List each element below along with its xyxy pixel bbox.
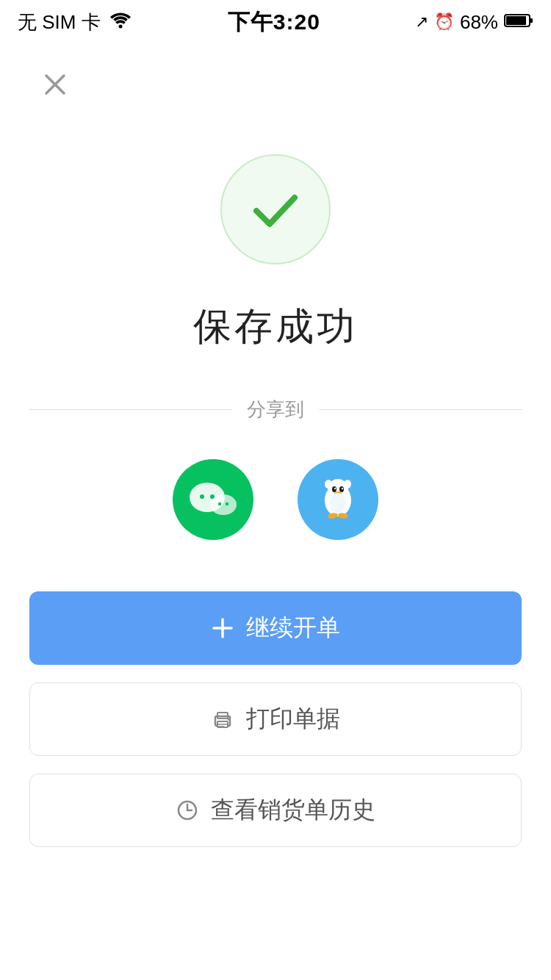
history-button[interactable]: 查看销货单历史	[29, 774, 522, 847]
checkmark-icon	[246, 180, 305, 239]
svg-point-11	[226, 502, 228, 505]
alarm-icon: ⏰	[434, 12, 454, 32]
svg-point-8	[200, 494, 204, 499]
divider-right	[319, 409, 522, 410]
svg-point-18	[342, 488, 343, 489]
svg-point-15	[332, 486, 336, 492]
success-title: 保存成功	[193, 301, 358, 353]
close-button[interactable]	[37, 66, 73, 103]
share-divider: 分享到	[29, 397, 522, 422]
print-button[interactable]: 打印单据	[29, 682, 522, 756]
svg-point-20	[330, 493, 346, 514]
continue-button[interactable]: 继续开单	[29, 591, 522, 665]
share-icons-row	[173, 459, 378, 540]
history-label: 查看销货单历史	[211, 794, 375, 826]
wifi-icon	[108, 11, 133, 34]
svg-point-32	[228, 718, 230, 721]
wechat-share-button[interactable]	[173, 459, 253, 540]
close-area	[0, 44, 551, 110]
actions-container: 继续开单 打印单据 查看销货单历史	[29, 591, 522, 847]
print-label: 打印单据	[246, 703, 340, 735]
share-label: 分享到	[247, 397, 304, 422]
status-right: ↗ ⏰ 68%	[415, 11, 533, 34]
qq-icon	[312, 474, 364, 525]
print-icon	[211, 707, 234, 731]
svg-point-10	[218, 502, 221, 505]
continue-label: 继续开单	[246, 612, 340, 644]
svg-point-9	[210, 494, 215, 499]
svg-point-16	[339, 486, 344, 492]
location-icon: ↗	[415, 12, 428, 32]
success-icon-wrapper	[220, 154, 331, 264]
carrier-text: 无 SIM 卡	[18, 10, 101, 35]
svg-rect-3	[506, 16, 526, 25]
qq-share-button[interactable]	[298, 459, 378, 540]
main-content: 保存成功 分享到	[0, 110, 551, 980]
wechat-icon	[188, 478, 238, 521]
svg-point-23	[325, 480, 332, 489]
svg-point-17	[334, 488, 336, 489]
plus-icon	[211, 616, 234, 640]
status-carrier-wifi: 无 SIM 卡	[18, 10, 133, 35]
status-time: 下午3:20	[228, 7, 320, 37]
svg-point-24	[344, 480, 351, 489]
svg-point-0	[118, 24, 122, 28]
svg-rect-2	[530, 18, 533, 23]
share-section: 分享到	[29, 397, 522, 540]
battery-icon	[504, 11, 533, 34]
status-bar: 无 SIM 卡 下午3:20 ↗ ⏰ 68%	[0, 0, 551, 44]
battery-percent: 68%	[460, 11, 498, 34]
divider-left	[29, 409, 232, 410]
history-icon	[176, 799, 199, 822]
